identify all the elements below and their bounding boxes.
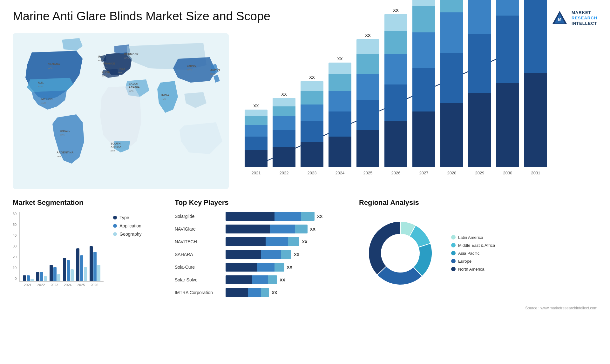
bar-group: XX [273,92,295,167]
bar-year-label: 2031 [524,171,547,175]
player-value-label: XX [280,278,285,282]
regional-legend-item: North America [451,267,495,272]
legend-dot [113,232,117,236]
svg-text:xx%: xx% [48,67,52,70]
seg-bar [27,275,30,281]
source-text: Source : www.marketresearchintellect.com [13,306,597,310]
seg-bar [57,274,60,281]
seg-bar [53,267,57,281]
svg-text:M: M [558,17,561,22]
player-value-label: XX [317,214,322,219]
bar-segment [273,147,295,167]
seg-legend-item: Type [113,215,141,220]
world-map-svg: CANADA xx% U.S. xx% MEXICO xx% BRAZIL xx… [13,33,229,189]
player-bar-segment [226,212,274,221]
svg-text:xx%: xx% [187,68,192,71]
bar-segment [245,125,268,137]
donut-area: Latin AmericaMiddle East & AfricaAsia Pa… [359,212,597,294]
seg-chart-area: 6050403020100 202120222023202420252026 T… [13,212,165,287]
bar-segment [273,98,295,106]
players-list: SolarglideXXNAVIGlareXXNAVITECHXXSAHARAX… [175,212,349,297]
bar-year-label: 2023 [301,171,323,175]
bar-year-labels: 2021202220232024202520262027202820292030… [241,169,594,175]
seg-bar-group [36,212,47,281]
seg-legend-item: Application [113,223,141,228]
bar-segment [524,0,547,73]
regional-legend-label: Latin America [458,235,483,240]
seg-bar [93,252,97,281]
bar-segment [245,137,268,150]
bar-value-label: XX [253,104,259,108]
seg-bar [80,255,83,281]
player-value-label: XX [302,239,307,244]
bar-group: XX [496,0,519,167]
bar-segment [356,39,379,54]
player-name: Solarglide [175,214,222,219]
player-bar-segment [226,250,261,259]
donut-segment [369,221,400,275]
player-bar [226,225,308,233]
segmentation-section: Market Segmentation 6050403020100 202120… [13,199,165,287]
seg-bar [36,272,39,281]
bar-segment [496,0,519,16]
player-bar-segment [226,275,252,284]
player-bar-container: XX [226,275,349,284]
bar-group: XX [412,0,435,167]
bar-chart-wrapper: XXXXXXXXXXXXXXXXXXXXXX 20212022202320242… [241,40,594,179]
seg-legend-item: Geography [113,232,141,237]
seg-bar [44,276,47,281]
bar-segment [301,81,323,91]
player-bar-container: XX [226,288,349,297]
bar-stack [329,63,351,167]
player-bar-segment [248,288,261,297]
player-bar-container: XX [226,237,349,246]
svg-text:INDIA: INDIA [161,94,169,97]
player-row: SolarglideXX [175,212,349,221]
player-value-label: XX [294,252,299,257]
seg-bar [40,272,43,281]
svg-text:BRAZIL: BRAZIL [60,129,70,132]
svg-text:xx%: xx% [60,133,64,136]
bar-stack [245,110,268,167]
player-row: IMTRA CorporationXX [175,288,349,297]
player-value-label: XX [287,265,292,270]
bar-segment [468,34,491,93]
bar-year-label: 2027 [412,171,435,175]
player-row: NAVITECHXX [175,237,349,246]
bar-group: XX [440,0,463,167]
player-name: Solar Solve [175,277,222,282]
bar-segment [524,73,547,167]
bar-segment [384,121,407,167]
player-bar-segment [226,288,248,297]
bar-segment [273,116,295,130]
bar-segment [245,116,268,125]
bar-segment [412,6,435,33]
seg-bar-group [63,212,74,281]
bar-segment [440,53,463,103]
player-bar-container: XX [226,225,349,233]
svg-text:JAPAN: JAPAN [210,68,220,71]
player-bar-segment [266,237,288,246]
bar-segment [440,103,463,167]
svg-text:SPAIN: SPAIN [102,70,110,73]
player-name: NAVIGlare [175,226,222,232]
player-bar [226,250,291,259]
bar-value-label: XX [365,33,370,38]
player-name: IMTRA Corporation [175,290,222,295]
top-row: CANADA xx% U.S. xx% MEXICO xx% BRAZIL xx… [13,33,597,189]
player-bar-container: XX [226,212,349,221]
legend-dot [113,216,117,219]
bar-segment [384,31,407,54]
svg-text:xx%: xx% [57,155,61,158]
regional-legend-label: North America [458,267,484,272]
donut-chart-svg [359,212,442,294]
bar-year-label: 2030 [496,171,519,175]
player-row: Sola-CureXX [175,263,349,272]
svg-text:xx%: xx% [124,57,129,59]
regional-legend-item: Europe [451,259,495,264]
seg-bar-group [50,212,60,281]
bar-segment [273,130,295,147]
bar-value-label: XX [309,75,315,80]
seg-y-labels: 6050403020100 [13,212,17,282]
seg-bar-group [76,212,87,281]
